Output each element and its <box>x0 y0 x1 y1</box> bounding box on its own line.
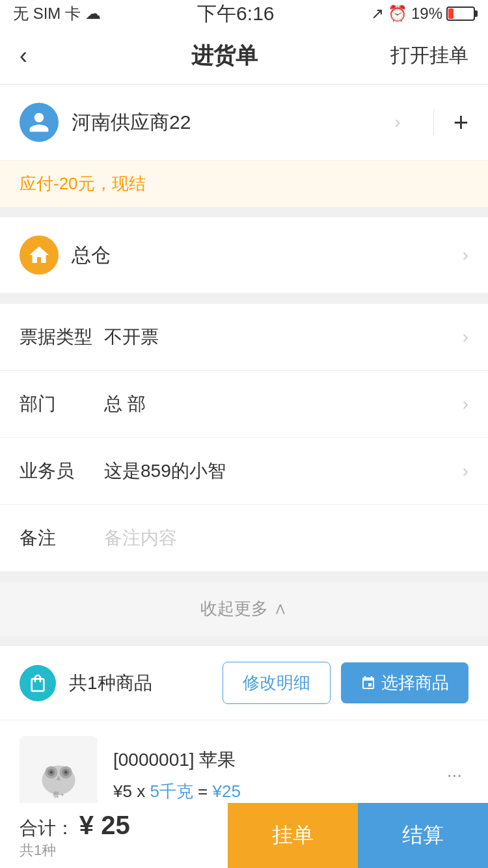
supplier-row[interactable]: 河南供应商22 › + <box>0 85 488 161</box>
divider <box>433 109 434 135</box>
warehouse-name: 总仓 <box>72 242 463 269</box>
total-count: 共1种 <box>20 841 208 860</box>
status-right: ↗ ⏰ 19% <box>371 5 475 23</box>
total-section: 合计： ¥ 25 共1种 <box>0 811 228 860</box>
person-icon <box>27 111 51 134</box>
salesperson-arrow-icon: › <box>463 461 468 481</box>
open-pending-button[interactable]: 打开挂单 <box>390 42 468 69</box>
multiply-sign: x <box>137 781 150 801</box>
product-section: 共1种商品 修改明细 选择商品 餐+ <box>0 646 488 830</box>
page-title: 进货单 <box>191 41 258 71</box>
supplier-card: 河南供应商22 › + 应付-20元，现结 <box>0 85 488 207</box>
supplier-avatar <box>20 103 59 142</box>
supplier-arrow-icon: › <box>394 112 400 133</box>
form-row-note[interactable]: 备注 备注内容 <box>0 504 488 571</box>
salesperson-value: 这是859的小智 <box>104 459 463 483</box>
svg-point-5 <box>49 771 53 774</box>
equals-sign: = <box>198 781 212 801</box>
warehouse-arrow-icon: › <box>463 245 468 265</box>
product-name: [0000001] 苹果 <box>113 748 441 772</box>
total-row: 合计： ¥ 25 <box>20 811 208 841</box>
note-label: 备注 <box>20 526 104 550</box>
owl-placeholder-icon: 餐+ <box>33 749 85 801</box>
info-banner: 应付-20元，现结 <box>0 161 488 207</box>
department-label: 部门 <box>20 392 104 416</box>
form-row-invoice[interactable]: 票据类型 不开票 › <box>0 303 488 370</box>
checkout-button[interactable]: 结算 <box>358 803 488 868</box>
battery-percent: 19% <box>411 5 442 23</box>
add-supplier-button[interactable]: + <box>454 108 468 137</box>
product-info: [0000001] 苹果 ¥5 x 5千克 = ¥25 <box>113 748 441 803</box>
bottom-bar: 合计： ¥ 25 共1种 挂单 结算 <box>0 803 488 868</box>
total-value: ¥25 <box>213 781 241 801</box>
nav-bar: ‹ 进货单 打开挂单 <box>0 27 488 85</box>
location-icon: ↗ <box>371 5 384 23</box>
form-row-department[interactable]: 部门 总 部 › <box>0 370 488 437</box>
svg-text:餐+: 餐+ <box>53 791 64 798</box>
price-value: ¥5 <box>113 781 132 801</box>
status-left: 无 SIM 卡 ☁ <box>13 3 101 24</box>
product-bag-icon <box>20 665 56 701</box>
supplier-name: 河南供应商22 <box>72 109 394 136</box>
salesperson-label: 业务员 <box>20 459 104 483</box>
form-row-salesperson[interactable]: 业务员 这是859的小智 › <box>0 437 488 504</box>
collapse-row[interactable]: 收起更多 ∧ <box>0 582 488 636</box>
home-icon <box>27 243 51 267</box>
form-card: 票据类型 不开票 › 部门 总 部 › 业务员 这是859的小智 › 备注 备注… <box>0 303 488 571</box>
warehouse-row[interactable]: 总仓 › <box>0 217 488 293</box>
invoice-value: 不开票 <box>104 325 463 349</box>
cart-icon <box>360 675 376 691</box>
total-label: 合计： <box>20 818 74 838</box>
department-arrow-icon: › <box>463 394 468 414</box>
note-placeholder: 备注内容 <box>104 526 468 550</box>
content: 河南供应商22 › + 应付-20元，现结 总仓 › 票据类型 不开票 › 部门… <box>0 85 488 868</box>
select-product-label: 选择商品 <box>381 671 449 694</box>
product-count-label: 共1种商品 <box>69 671 223 696</box>
product-more-button[interactable]: ··· <box>441 758 468 792</box>
invoice-arrow-icon: › <box>463 327 468 347</box>
select-product-button[interactable]: 选择商品 <box>341 662 468 703</box>
svg-point-6 <box>64 771 68 774</box>
warehouse-card[interactable]: 总仓 › <box>0 217 488 293</box>
hang-order-button[interactable]: 挂单 <box>228 803 358 868</box>
product-header: 共1种商品 修改明细 选择商品 <box>0 646 488 720</box>
product-price: ¥5 x 5千克 = ¥25 <box>113 780 441 803</box>
product-thumbnail: 餐+ <box>20 736 98 814</box>
back-button[interactable]: ‹ <box>20 42 59 70</box>
quantity-value: 5千克 <box>150 781 193 801</box>
department-value: 总 部 <box>104 392 463 416</box>
sim-signal: 无 SIM 卡 ☁ <box>13 3 101 24</box>
edit-detail-button[interactable]: 修改明细 <box>223 662 331 704</box>
battery-icon <box>446 7 475 21</box>
invoice-label: 票据类型 <box>20 325 104 349</box>
alarm-icon: ⏰ <box>388 5 407 23</box>
warehouse-avatar <box>20 236 59 275</box>
status-time: 下午6:16 <box>197 1 274 27</box>
status-bar: 无 SIM 卡 ☁ 下午6:16 ↗ ⏰ 19% <box>0 0 488 27</box>
total-amount: ¥ 25 <box>79 811 130 839</box>
shopping-bag-icon <box>27 673 48 694</box>
